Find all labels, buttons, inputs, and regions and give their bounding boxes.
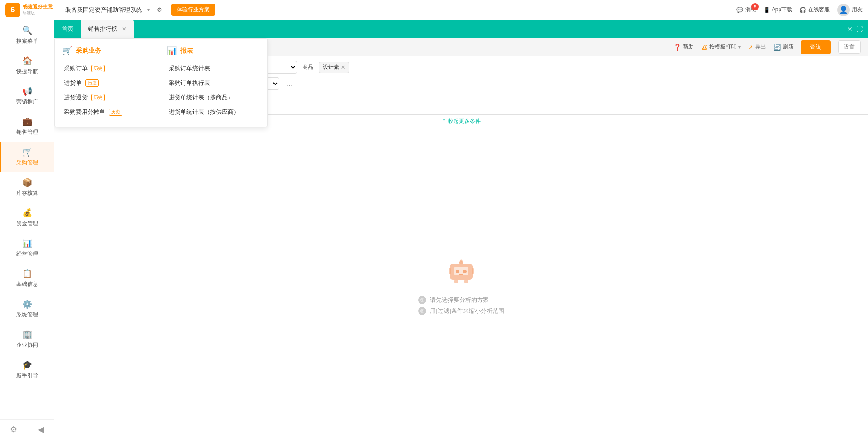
sidebar: 🔍 搜索菜单 🏠 快捷导航 📢 营销推广 💼 销售管理 🛒 采购管理 📦 库存核… (0, 20, 54, 439)
sidebar-item-inventory[interactable]: 📦 库存核算 (0, 172, 54, 202)
svg-rect-5 (459, 261, 463, 264)
system-icon: ⚙️ (22, 299, 32, 309)
notification-count: 5 (751, 3, 759, 10)
svg-point-6 (460, 260, 462, 262)
sidebar-item-basic-info[interactable]: 📋 基础信息 (0, 263, 54, 294)
export-action[interactable]: ↗ 导出 (748, 43, 766, 51)
export-icon: ↗ (748, 44, 753, 51)
tab-sales-ranking[interactable]: 销售排行榜 ✕ (81, 20, 134, 38)
dropdown-report-header: 📊 报表 (167, 46, 260, 56)
sidebar-item-quick-nav[interactable]: 🏠 快捷导航 (0, 50, 54, 81)
goods-stat-by-supplier-label: 进货单统计表（按供应商） (169, 108, 239, 116)
sidebar-item-newbie[interactable]: 🎓 新手引导 (0, 355, 54, 385)
print-dropdown-icon[interactable]: ▾ (738, 44, 741, 49)
system-title-dropdown-icon[interactable]: ▾ (147, 7, 150, 12)
goods-stat-by-goods-label: 进货单统计表（按商品） (169, 94, 234, 102)
industry-button[interactable]: 体验行业方案 (171, 4, 215, 16)
sidebar-item-finance[interactable]: 💰 资金管理 (0, 202, 54, 233)
mobile-icon: 📱 (763, 7, 770, 13)
sidebar-label-sales: 销售管理 (16, 128, 38, 136)
dropdown-item-goods-return[interactable]: 进货退货 历史 (62, 90, 156, 105)
app-download-item[interactable]: 📱 App下载 (763, 6, 792, 14)
help-icon: ❓ (673, 44, 681, 51)
dropdown-item-goods-receipt[interactable]: 进货单 历史 (62, 76, 156, 90)
goods-tag: 设计素 ✕ (319, 62, 349, 73)
logo-text-area: 畅捷通好生意 标准版 (23, 4, 53, 15)
report-header-icon: 📊 (167, 46, 177, 56)
logo-icon: 6 (5, 3, 20, 17)
tab-home[interactable]: 首页 (54, 20, 81, 38)
refresh-action[interactable]: 🔄 刷新 (773, 43, 794, 51)
sidebar-bottom: ⚙ ◀ (0, 419, 54, 439)
dropdown-item-goods-stat-by-supplier[interactable]: 进货单统计表（按供应商） (167, 105, 260, 119)
dropdown-purchase-col: 🛒 采购业务 采购订单 历史 进货单 历史 进货退货 历史 (62, 46, 156, 119)
dropdown-item-purchase-order[interactable]: 采购订单 历史 (62, 61, 156, 76)
user-avatar: 👤 (837, 4, 850, 16)
settings-small-button[interactable]: 设置 (838, 40, 861, 54)
message-icon: 💬 (736, 7, 743, 13)
salesman-ellipsis[interactable]: ... (285, 79, 294, 88)
sidebar-label-newbie: 新手引导 (16, 372, 38, 380)
report-header-title: 报表 (180, 47, 193, 55)
svg-rect-10 (464, 280, 468, 283)
logo-area: 6 畅捷通好生意 标准版 (5, 3, 60, 17)
operations-icon: 📊 (22, 238, 32, 248)
top-header: 6 畅捷通好生意 标准版 装备及固定资产辅助管理系统 ▾ ⚙ 体验行业方案 💬 … (0, 0, 868, 20)
sidebar-item-system[interactable]: ⚙️ 系统管理 (0, 294, 54, 324)
online-service-item[interactable]: 🎧 在线客服 (800, 6, 830, 14)
query-button[interactable]: 查询 (801, 40, 831, 54)
dropdown-item-goods-stat-by-goods[interactable]: 进货单统计表（按商品） (167, 90, 260, 105)
dropdown-item-purchase-order-stat[interactable]: 采购订单统计表 (167, 61, 260, 76)
svg-rect-7 (449, 268, 451, 274)
dropdown-item-purchase-fee[interactable]: 采购费用分摊单 历史 (62, 105, 156, 119)
sidebar-settings-button[interactable]: ⚙ (10, 424, 17, 434)
system-settings-icon[interactable]: ⚙ (153, 4, 166, 16)
sidebar-label-inventory: 库存核算 (16, 189, 38, 197)
purchase-icon: 🛒 (22, 147, 32, 157)
dropdown-divider (161, 46, 161, 119)
help-label: 帮助 (683, 43, 694, 51)
goods-receipt-label: 进货单 (64, 79, 82, 87)
empty-tip-1: ① 请先选择要分析的方案 (418, 296, 504, 304)
sidebar-item-purchase[interactable]: 🛒 采购管理 (0, 142, 54, 172)
print-action[interactable]: 🖨 按模板打印 ▾ (701, 43, 741, 51)
sidebar-label-finance: 资金管理 (16, 220, 38, 227)
tip-number-2: ② (418, 307, 426, 315)
print-label: 按模板打印 (709, 43, 736, 51)
sidebar-label-basic-info: 基础信息 (16, 281, 38, 288)
purchase-fee-label: 采购费用分摊单 (64, 108, 105, 116)
purchase-header-icon: 🛒 (62, 46, 72, 56)
sidebar-collapse-button[interactable]: ◀ (38, 424, 44, 434)
tab-sales-ranking-close[interactable]: ✕ (122, 26, 127, 32)
goods-tag-close[interactable]: ✕ (341, 64, 345, 70)
dropdown-item-purchase-order-exec[interactable]: 采购订单执行表 (167, 76, 260, 90)
logo-main: 畅捷通好生意 (23, 4, 53, 10)
goods-return-history-badge[interactable]: 历史 (91, 94, 105, 101)
sidebar-label-search: 搜索菜单 (16, 37, 38, 45)
finance-icon: 💰 (22, 208, 32, 218)
sidebar-item-sales[interactable]: 💼 销售管理 (0, 111, 54, 142)
dropdown-purchase-header: 🛒 采购业务 (62, 46, 156, 56)
tab-close-all-icon[interactable]: ✕ (847, 25, 853, 33)
help-action[interactable]: ❓ 帮助 (673, 43, 694, 51)
svg-point-3 (463, 270, 467, 273)
sidebar-item-search[interactable]: 🔍 搜索菜单 (0, 20, 54, 50)
user-item[interactable]: 👤 用友 (837, 4, 863, 16)
sidebar-label-quick-nav: 快捷导航 (16, 68, 38, 75)
purchase-fee-history-badge[interactable]: 历史 (109, 109, 122, 116)
sidebar-item-operations[interactable]: 📊 经营管理 (0, 233, 54, 263)
sidebar-item-marketing[interactable]: 📢 营销推广 (0, 81, 54, 111)
purchase-order-label: 采购订单 (64, 64, 88, 73)
tip-number-1: ① (418, 296, 426, 304)
refresh-icon: 🔄 (773, 44, 781, 51)
purchase-header-title: 采购业务 (76, 47, 101, 55)
goods-tag-value: 设计素 (323, 64, 339, 71)
purchase-order-history-badge[interactable]: 历史 (91, 65, 105, 72)
sidebar-item-enterprise[interactable]: 🏢 企业协同 (0, 324, 54, 355)
tab-maximize-icon[interactable]: ⛶ (856, 25, 863, 33)
goods-receipt-history-badge[interactable]: 历史 (85, 79, 99, 87)
goods-ellipsis[interactable]: ... (355, 63, 364, 71)
empty-tips: ① 请先选择要分析的方案 ② 用[过滤]条件来缩小分析范围 (418, 296, 504, 315)
notification-item[interactable]: 💬 消息 5 (736, 6, 756, 14)
purchase-order-exec-label: 采购订单执行表 (169, 79, 210, 87)
